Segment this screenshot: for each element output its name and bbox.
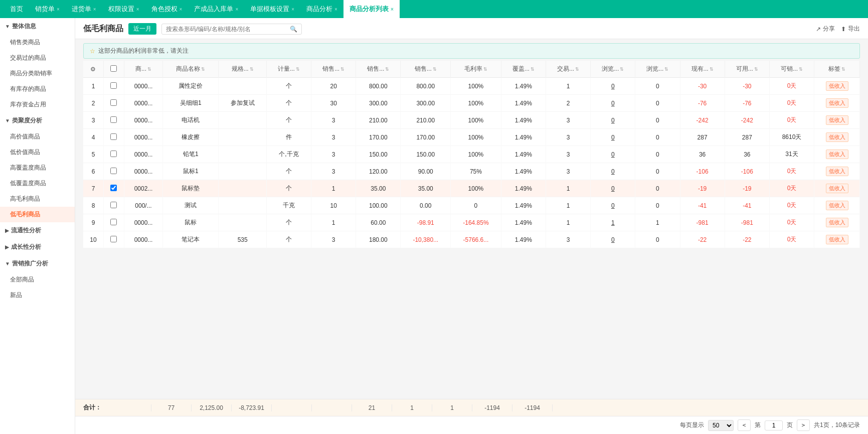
cell-name: 鼠标1	[163, 163, 219, 180]
sidebar-item-low-value[interactable]: 低价值商品	[0, 144, 75, 160]
col-coverage[interactable]: 覆盖...⇅	[501, 61, 546, 78]
cell-browse1[interactable]: 0	[591, 129, 635, 146]
cell-checkbox[interactable]	[103, 112, 124, 129]
cell-checkbox[interactable]	[103, 231, 124, 248]
cell-checkbox[interactable]	[103, 95, 124, 112]
col-browse2[interactable]: 浏览...⇅	[635, 61, 680, 78]
col-gross-rate[interactable]: 毛利率⇅	[451, 61, 501, 78]
search-icon[interactable]: 🔍	[290, 26, 297, 33]
col-unit[interactable]: 计量...⇅	[266, 61, 311, 78]
nav-role-close[interactable]: ×	[180, 7, 183, 12]
sidebar-group-growth[interactable]: ▶ 成长性分析	[0, 239, 75, 255]
prev-page-button[interactable]: ＜	[738, 419, 751, 431]
sidebar-group-overall[interactable]: ▼ 整体信息	[0, 18, 75, 35]
cell-gross-rate: 100%	[451, 129, 501, 146]
sidebar-item-stock-capital[interactable]: 库存资金占用	[0, 97, 75, 112]
sidebar-item-low-coverage[interactable]: 低覆盖度商品	[0, 176, 75, 191]
cell-browse1[interactable]: 0	[591, 95, 635, 112]
share-button[interactable]: ↗ 分享	[816, 25, 835, 33]
nav-product-in-close[interactable]: ×	[235, 7, 238, 12]
cell-checkbox[interactable]	[103, 146, 124, 163]
row-checkbox[interactable]	[110, 202, 117, 208]
cell-checkbox[interactable]	[103, 214, 124, 231]
col-tag[interactable]: 标签⇅	[814, 61, 860, 78]
row-checkbox[interactable]	[110, 99, 117, 106]
cell-browse1[interactable]: 0	[591, 163, 635, 180]
sidebar-item-high-value[interactable]: 高价值商品	[0, 129, 75, 144]
row-checkbox[interactable]	[110, 168, 117, 174]
col-current-stock[interactable]: 现有...⇅	[680, 61, 725, 78]
col-browse1[interactable]: 浏览...⇅	[591, 61, 635, 78]
select-all-checkbox[interactable]	[110, 65, 117, 72]
sidebar-item-low-margin[interactable]: 低毛利商品	[0, 207, 75, 222]
nav-goods-analysis-list[interactable]: 商品分析列表 ×	[343, 0, 400, 18]
sidebar-item-high-margin[interactable]: 高毛利商品	[0, 191, 75, 207]
cell-coverage: 1.49%	[501, 146, 546, 163]
row-checkbox[interactable]	[110, 116, 117, 123]
nav-goods-analysis-list-close[interactable]: ×	[391, 7, 394, 12]
nav-permission[interactable]: 权限设置 ×	[102, 0, 145, 18]
col-trade-count[interactable]: 交易...⇅	[546, 61, 590, 78]
cell-checkbox[interactable]	[103, 78, 124, 95]
col-settings[interactable]: ⚙	[83, 61, 103, 78]
row-checkbox[interactable]	[110, 133, 117, 140]
nav-goods-analysis[interactable]: 商品分析 ×	[300, 0, 343, 18]
sidebar-item-all-goods[interactable]: 全部商品	[0, 272, 75, 287]
table-wrapper[interactable]: ⚙ 商...⇅ 商品名称⇅ 规格...⇅ 计量...⇅ 销售...⇅ 销售...…	[83, 61, 860, 399]
cell-no: 3	[83, 112, 103, 129]
cell-browse1[interactable]: 1	[591, 214, 635, 231]
page-size-select[interactable]: 50 100 200	[708, 420, 734, 431]
nav-sales-close[interactable]: ×	[57, 7, 60, 12]
col-available[interactable]: 可用...⇅	[725, 61, 769, 78]
col-sellable-days[interactable]: 可销...⇅	[769, 61, 814, 78]
nav-product-in[interactable]: 产成品入库单 ×	[188, 0, 244, 18]
cell-unit: 千克	[266, 197, 311, 214]
col-name[interactable]: 商品名称⇅	[163, 61, 219, 78]
nav-role[interactable]: 角色授权 ×	[145, 0, 189, 18]
sidebar-item-traded-goods[interactable]: 交易过的商品	[0, 50, 75, 66]
cell-browse1[interactable]: 0	[591, 78, 635, 95]
sidebar-group-cluster[interactable]: ▼ 类聚度分析	[0, 112, 75, 129]
next-page-button[interactable]: ＞	[797, 419, 810, 431]
cell-checkbox[interactable]	[103, 163, 124, 180]
col-code[interactable]: 商...⇅	[124, 61, 163, 78]
page-input[interactable]	[765, 420, 783, 430]
col-spec[interactable]: 规格...⇅	[219, 61, 266, 78]
row-checkbox[interactable]	[110, 82, 117, 89]
nav-template-close[interactable]: ×	[291, 7, 294, 12]
nav-goods-analysis-close[interactable]: ×	[334, 7, 337, 12]
sidebar-item-high-coverage[interactable]: 高覆盖度商品	[0, 160, 75, 176]
summary-label: 合计：	[83, 403, 101, 412]
sidebar-group-marketing[interactable]: ▼ 营销推广分析	[0, 255, 75, 272]
col-sales-amount[interactable]: 销售...⇅	[356, 61, 401, 78]
cell-browse1[interactable]: 0	[591, 112, 635, 129]
sidebar-item-in-stock[interactable]: 有库存的商品	[0, 81, 75, 97]
row-checkbox[interactable]	[110, 185, 117, 191]
cell-browse1[interactable]: 0	[591, 231, 635, 248]
cell-checkbox[interactable]	[103, 197, 124, 214]
nav-permission-close[interactable]: ×	[136, 7, 139, 12]
col-checkbox[interactable]	[103, 61, 124, 78]
cell-browse1[interactable]: 0	[591, 146, 635, 163]
sidebar-item-new-goods[interactable]: 新品	[0, 287, 75, 303]
period-button[interactable]: 近一月	[128, 23, 156, 35]
sidebar-item-sales-goods[interactable]: 销售类商品	[0, 35, 75, 50]
sidebar-item-category-rate[interactable]: 商品分类助销率	[0, 66, 75, 81]
cell-browse1[interactable]: 0	[591, 197, 635, 214]
row-checkbox[interactable]	[110, 236, 117, 242]
nav-purchase[interactable]: 进货单 ×	[66, 0, 102, 18]
cell-checkbox[interactable]	[103, 180, 124, 197]
row-checkbox[interactable]	[110, 219, 117, 225]
col-sales-qty[interactable]: 销售...⇅	[311, 61, 356, 78]
row-checkbox[interactable]	[110, 151, 117, 157]
search-input[interactable]	[166, 26, 288, 33]
export-button[interactable]: ⬆ 导出	[841, 25, 860, 33]
sidebar-group-circulation[interactable]: ▶ 流通性分析	[0, 222, 75, 239]
nav-template[interactable]: 单据模板设置 ×	[244, 0, 300, 18]
cell-browse1[interactable]: 0	[591, 180, 635, 197]
nav-sales[interactable]: 销货单 ×	[29, 0, 66, 18]
nav-home[interactable]: 首页	[4, 0, 29, 18]
cell-checkbox[interactable]	[103, 129, 124, 146]
nav-purchase-close[interactable]: ×	[93, 7, 96, 12]
col-sales-profit[interactable]: 销售...⇅	[401, 61, 451, 78]
